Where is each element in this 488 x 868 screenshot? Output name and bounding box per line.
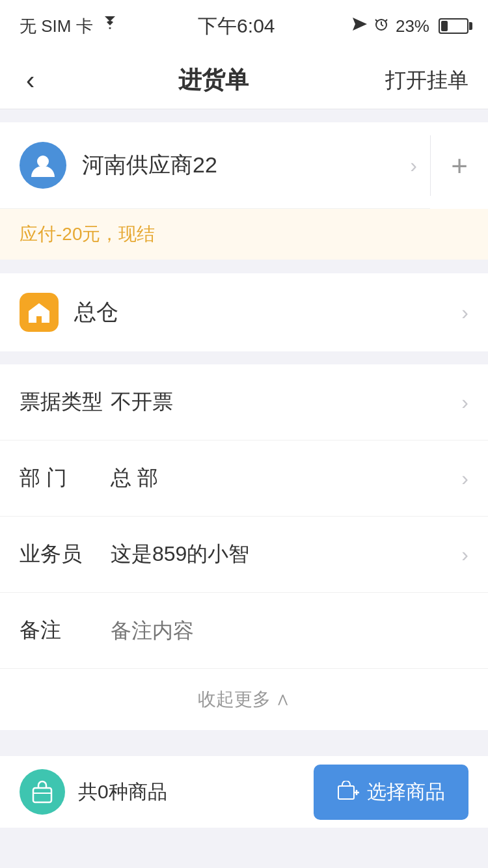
main-content: 河南供应商22 › + 应付-20元，现结 总仓 › 票据类型 不开票 › 部 … xyxy=(0,109,488,828)
supplier-row[interactable]: 河南供应商22 › xyxy=(0,122,430,209)
battery-percent: 23% xyxy=(396,16,429,36)
svg-rect-5 xyxy=(33,788,51,802)
battery-icon xyxy=(439,18,468,34)
supplier-name: 河南供应商22 xyxy=(82,150,403,180)
status-time: 下午6:04 xyxy=(198,13,275,40)
invoice-type-label: 票据类型 xyxy=(20,388,111,416)
supplier-chevron-icon: › xyxy=(410,154,417,178)
nav-bar: ‹ 进货单 打开挂单 xyxy=(0,52,488,109)
collapse-button[interactable]: 收起更多 ∧ xyxy=(198,687,291,712)
sim-label: 无 SIM 卡 xyxy=(20,15,93,38)
warehouse-icon xyxy=(20,293,59,332)
page-title: 进货单 xyxy=(178,64,249,96)
salesperson-label: 业务员 xyxy=(20,540,111,569)
remark-label: 备注 xyxy=(20,616,111,645)
supplier-avatar xyxy=(20,142,66,189)
shopping-bag-icon xyxy=(29,779,55,805)
goods-icon xyxy=(20,769,65,815)
alarm-icon xyxy=(373,16,389,36)
open-pending-button[interactable]: 打开挂单 xyxy=(385,66,468,95)
department-value: 总 部 xyxy=(111,464,455,493)
person-icon xyxy=(29,151,57,180)
svg-line-3 xyxy=(381,25,383,26)
department-chevron-icon: › xyxy=(461,467,468,491)
wifi-icon xyxy=(100,16,120,36)
salesperson-row[interactable]: 业务员 这是859的小智 › xyxy=(0,517,488,593)
collapse-section: 收起更多 ∧ xyxy=(0,668,488,730)
remark-row: 备注 xyxy=(0,593,488,668)
select-goods-button[interactable]: 选择商品 xyxy=(314,765,468,820)
status-bar: 无 SIM 卡 下午6:04 23% xyxy=(0,0,488,52)
warehouse-name: 总仓 xyxy=(74,297,455,327)
invoice-type-row[interactable]: 票据类型 不开票 › xyxy=(0,364,488,441)
goods-count-label: 共0种商品 xyxy=(78,779,314,806)
location-icon xyxy=(353,16,367,36)
salesperson-value: 这是859的小智 xyxy=(111,540,455,569)
remark-input[interactable] xyxy=(111,619,468,643)
notice-text: 应付-20元，现结 xyxy=(20,224,155,244)
supplier-section: 河南供应商22 › + xyxy=(0,122,488,209)
svg-point-4 xyxy=(37,156,49,167)
invoice-type-value: 不开票 xyxy=(111,388,455,416)
svg-rect-7 xyxy=(338,786,354,799)
invoice-type-chevron-icon: › xyxy=(461,390,468,414)
bottom-bar: 共0种商品 选择商品 xyxy=(0,756,488,828)
svg-marker-0 xyxy=(353,18,367,31)
house-icon xyxy=(27,301,51,324)
warehouse-chevron-icon: › xyxy=(461,301,468,325)
add-cart-icon xyxy=(337,781,359,803)
salesperson-chevron-icon: › xyxy=(461,543,468,567)
status-right: 23% xyxy=(353,16,468,36)
back-button[interactable]: ‹ xyxy=(20,59,41,102)
warehouse-row[interactable]: 总仓 › xyxy=(0,273,488,351)
add-supplier-button[interactable]: + xyxy=(431,122,488,209)
status-left: 无 SIM 卡 xyxy=(20,15,120,38)
select-goods-label: 选择商品 xyxy=(367,779,445,806)
department-row[interactable]: 部 门 总 部 › xyxy=(0,441,488,517)
notice-banner: 应付-20元，现结 xyxy=(0,209,488,260)
form-section: 票据类型 不开票 › 部 门 总 部 › 业务员 这是859的小智 › 备注 xyxy=(0,364,488,668)
department-label: 部 门 xyxy=(20,464,111,493)
